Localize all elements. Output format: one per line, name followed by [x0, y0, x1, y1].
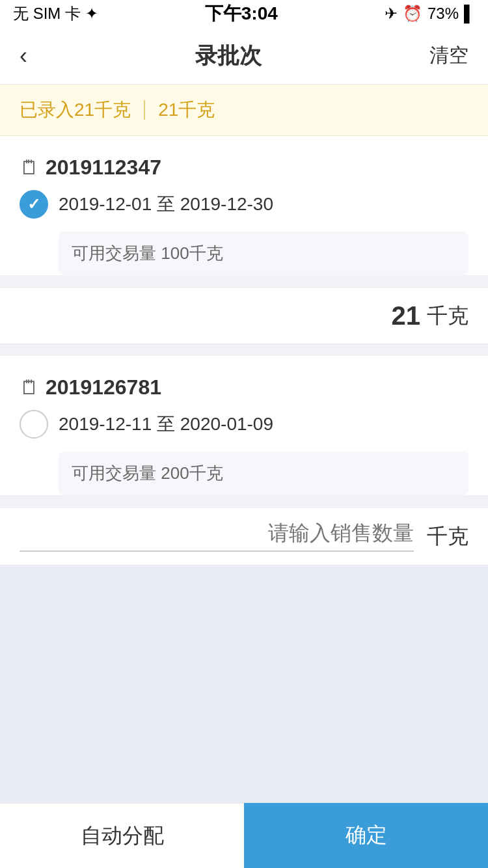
battery-icon: ▌: [464, 5, 475, 23]
batch1-quantity-row: 21 千克: [0, 288, 488, 344]
batch2-header: 🗒 2019126781: [20, 375, 468, 400]
batch2-date-row: 2019-12-11 至 2020-01-09: [20, 410, 468, 439]
batch1-quantity-value: 21: [392, 301, 421, 331]
batch1-date-row: 2019-12-01 至 2019-12-30: [20, 190, 468, 219]
batch2-quantity-unit: 千克: [427, 522, 468, 551]
total-amount: 21千克: [158, 98, 215, 122]
status-bar-left: 无 SIM 卡 ✦: [13, 3, 98, 24]
batch2-radio[interactable]: [20, 410, 48, 439]
status-bar: 无 SIM 卡 ✦ 下午3:04 ✈ ⏰ 73% ▌: [0, 0, 488, 27]
confirm-button[interactable]: 确定: [244, 803, 488, 868]
battery-percent: 73%: [427, 5, 459, 23]
recorded-amount: 已录入21千克: [20, 98, 131, 122]
info-banner: 已录入21千克 21千克: [0, 85, 488, 136]
alarm-icon: ⏰: [403, 5, 422, 23]
batch1-header: 🗒 2019112347: [20, 156, 468, 180]
page-title: 录批次: [195, 41, 262, 71]
status-bar-time: 下午3:04: [205, 1, 278, 26]
batch1-available-box: 可用交易量 100千克: [59, 232, 468, 275]
batch2-available-text: 可用交易量 200千克: [72, 463, 223, 483]
location-icon: ✈: [385, 5, 398, 23]
batch1-date-range: 2019-12-01 至 2019-12-30: [59, 192, 273, 217]
batch-item-2: 🗒 2019126781 2019-12-11 至 2020-01-09 可用交…: [0, 356, 488, 495]
status-bar-right: ✈ ⏰ 73% ▌: [385, 5, 475, 23]
batch1-available-text: 可用交易量 100千克: [72, 243, 223, 263]
batch2-date-range: 2019-12-11 至 2020-01-09: [59, 412, 273, 437]
bottom-bar: 自动分配 确定: [0, 803, 488, 868]
batch2-icon: 🗒: [20, 377, 39, 399]
sim-status: 无 SIM 卡 ✦: [13, 3, 98, 24]
batch2-quantity-row[interactable]: 千克: [0, 508, 488, 565]
batch-item-1: 🗒 2019112347 2019-12-01 至 2019-12-30 可用交…: [0, 136, 488, 275]
clear-button[interactable]: 清空: [429, 42, 468, 69]
banner-divider: [144, 100, 145, 120]
batch1-icon: 🗒: [20, 157, 39, 179]
batch1-id: 2019112347: [46, 156, 161, 180]
batch2-input-wrapper: [20, 521, 414, 552]
auto-distribute-button[interactable]: 自动分配: [0, 803, 244, 868]
back-button[interactable]: ‹: [20, 42, 27, 70]
batch2-id: 2019126781: [46, 375, 161, 400]
nav-bar: ‹ 录批次 清空: [0, 27, 488, 85]
batch2-quantity-input[interactable]: [20, 521, 414, 551]
batch2-available-box: 可用交易量 200千克: [59, 452, 468, 495]
batch1-quantity-unit: 千克: [427, 302, 468, 331]
section-divider: [0, 346, 488, 356]
batch1-radio[interactable]: [20, 190, 48, 219]
